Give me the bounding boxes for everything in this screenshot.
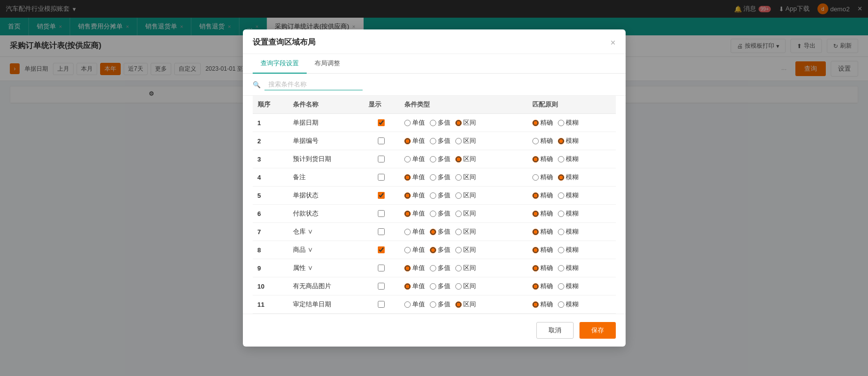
conditions-table: 顺序 条件名称 显示 条件类型 匹配原则 1单据日期单值多值区间精确模糊2单据编…	[253, 96, 616, 108]
th-show: 显示	[364, 96, 399, 108]
th-type: 条件类型	[399, 96, 527, 108]
dialog-close-btn[interactable]: ×	[610, 38, 616, 47]
tab-layout-adjust[interactable]: 布局调整	[307, 54, 348, 74]
dialog-title: 设置查询区域布局	[253, 37, 316, 48]
condition-search-input[interactable]	[264, 79, 363, 90]
th-match: 匹配原则	[527, 96, 616, 108]
settings-dialog: 设置查询区域布局 × 查询字段设置 布局调整 🔍 顺序 条件名称 显示 条件类型	[243, 29, 626, 108]
dialog-header: 设置查询区域布局 ×	[243, 29, 626, 54]
th-name: 条件名称	[288, 96, 364, 108]
table-header-row: 顺序 条件名称 显示 条件类型 匹配原则	[253, 96, 616, 108]
th-order: 顺序	[253, 96, 288, 108]
search-icon: 🔍	[253, 81, 261, 88]
dialog-overlay: 设置查询区域布局 × 查询字段设置 布局调整 🔍 顺序 条件名称 显示 条件类型	[0, 0, 868, 108]
dialog-table-wrap: 顺序 条件名称 显示 条件类型 匹配原则 1单据日期单值多值区间精确模糊2单据编…	[243, 96, 626, 108]
tab-field-settings[interactable]: 查询字段设置	[253, 54, 307, 74]
dialog-tabs: 查询字段设置 布局调整	[243, 54, 626, 74]
dialog-search-bar: 🔍	[243, 74, 626, 96]
